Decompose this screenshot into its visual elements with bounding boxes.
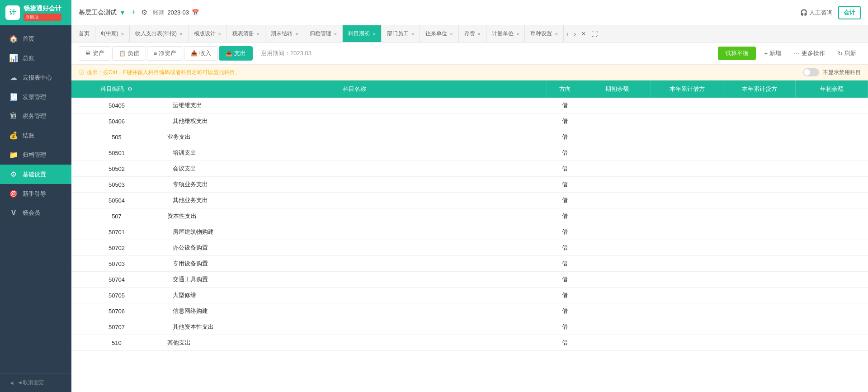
tab-taxlist[interactable]: 税表清册 ×: [227, 25, 265, 43]
col-settings-icon[interactable]: ⚙: [127, 86, 132, 92]
cell-balance: [583, 272, 651, 288]
topbar-settings-icon[interactable]: ⚙: [141, 8, 147, 17]
tab-annual-close[interactable]: ×: [179, 31, 182, 37]
tab-inventory-close[interactable]: ×: [478, 31, 481, 37]
cell-year-balance: [796, 208, 868, 224]
cell-name: 资本性支出: [162, 208, 547, 224]
cell-credit: [723, 319, 796, 335]
subtab-expense[interactable]: 📤 支出: [219, 46, 253, 61]
cell-direction: 借: [547, 145, 583, 161]
add-btn[interactable]: + 新增: [760, 47, 786, 60]
sidebar-item-tax[interactable]: 🏛 税务管理: [0, 107, 71, 126]
subtab-liability[interactable]: 📋 负债: [112, 46, 146, 61]
cell-balance: [583, 113, 651, 129]
cell-name: 交通工具购置: [162, 272, 547, 288]
more-actions-btn[interactable]: ⋯ 更多操作: [789, 47, 830, 60]
table-row[interactable]: 50501 培训支出 借: [71, 145, 868, 161]
tab-currency[interactable]: 币种设置 ×: [525, 25, 563, 43]
subtab-asset[interactable]: 🏛 资产: [79, 46, 111, 61]
tab-archive-label: 归档管理: [310, 30, 331, 38]
sidebar-item-ledger[interactable]: 📊 总账: [0, 48, 71, 68]
cell-debit: [651, 145, 723, 161]
sidebar-item-archive[interactable]: 📁 归档管理: [0, 145, 71, 165]
sidebar-item-guide[interactable]: 🎯 新手引导: [0, 184, 71, 203]
refresh-btn[interactable]: ↻ 刷新: [833, 47, 861, 60]
table-row[interactable]: 50502 会议支出 借: [71, 161, 868, 177]
tab-unit[interactable]: 计量单位 ×: [486, 25, 525, 43]
cell-name: 房屋建筑物购建: [162, 224, 547, 240]
sidebar-item-home[interactable]: 🏠 首页: [0, 29, 71, 48]
table-row[interactable]: 505 业务支出 借: [71, 129, 868, 145]
sidebar-collapse-btn[interactable]: ◄ ◄取消固定: [0, 373, 71, 392]
sidebar-label-tax: 税务管理: [23, 112, 46, 120]
tab-expand-btn[interactable]: ⛶: [589, 28, 600, 39]
cell-debit: [651, 129, 723, 145]
table-row[interactable]: 50704 交通工具购置 借: [71, 272, 868, 288]
tab-subject-init[interactable]: 科目期初 ×: [343, 25, 381, 43]
tab-contacts[interactable]: 往来单位 ×: [420, 25, 458, 43]
tab-template-close[interactable]: ×: [218, 31, 221, 37]
col-header-code: 科目编码 ⚙: [71, 80, 162, 98]
table-row[interactable]: 507 资本性支出 借: [71, 208, 868, 224]
tab-archive[interactable]: 归档管理 ×: [304, 25, 343, 43]
cell-debit: [651, 288, 723, 303]
tab-interim[interactable]: ¢(中期) ×: [95, 25, 130, 43]
app-version: 旗舰版: [24, 14, 61, 21]
subjects-table: 科目编码 ⚙ 科目名称 方向 期初余额 本年累计借方 本年累计贷方 年初余额 5…: [71, 80, 868, 351]
table-row[interactable]: 50703 专用设备购置 借: [71, 256, 868, 272]
table-row[interactable]: 50701 房屋建筑物购建 借: [71, 224, 868, 240]
company-selector[interactable]: 基层工会测试 ▼: [79, 9, 126, 17]
calc-balance-btn[interactable]: 试算平衡: [718, 47, 756, 60]
table-row[interactable]: 50405 运维维支出 借: [71, 98, 868, 113]
tab-inventory[interactable]: 存货 ×: [459, 25, 486, 43]
cell-balance: [583, 177, 651, 193]
support-btn[interactable]: 🎧 人工咨询: [800, 9, 833, 17]
tipbar-right: 不显示禁用科目: [803, 68, 861, 76]
table-row[interactable]: 50706 信息网络购建 借: [71, 303, 868, 319]
subtab-income[interactable]: 📥 收入: [184, 46, 218, 61]
cell-code: 510: [71, 335, 162, 351]
disable-toggle[interactable]: [803, 68, 819, 76]
user-role-badge[interactable]: 会计: [838, 6, 861, 19]
sidebar: 计 畅捷通好会计 旗舰版 🏠 首页 📊 总账 ☁ 云报表中心 🧾 发票管理 🏛 …: [0, 0, 71, 392]
support-icon: 🎧: [800, 9, 807, 16]
tab-annual[interactable]: 收入支出表(年报) ×: [130, 25, 188, 43]
add-company-btn[interactable]: +: [131, 8, 136, 17]
sidebar-item-checkout[interactable]: 💰 结账: [0, 126, 71, 145]
tab-home[interactable]: 首页: [73, 25, 95, 43]
cell-debit: [651, 224, 723, 240]
cell-direction: 借: [547, 335, 583, 351]
subtab-asset-label: 资产: [93, 49, 104, 57]
tab-dept-close[interactable]: ×: [411, 31, 414, 37]
tab-close-all-btn[interactable]: ×: [579, 28, 588, 40]
table-row[interactable]: 510 其他支出 借: [71, 335, 868, 351]
subtab-equity[interactable]: ≡ 净资产: [147, 46, 183, 61]
tab-template[interactable]: 模版设计 ×: [189, 25, 227, 43]
tab-taxlist-close[interactable]: ×: [257, 31, 259, 37]
table-row[interactable]: 50503 专项业务支出 借: [71, 177, 868, 193]
tab-inventory-label: 存货: [464, 30, 475, 38]
tab-interim-close[interactable]: ×: [121, 31, 124, 37]
table-row[interactable]: 50707 其他资本性支出 借: [71, 319, 868, 335]
tab-currency-close[interactable]: ×: [555, 31, 557, 37]
tab-period-end[interactable]: 期末结转 ×: [265, 25, 304, 43]
tab-nav-next[interactable]: ›: [571, 28, 579, 39]
tab-period-end-close[interactable]: ×: [295, 31, 298, 37]
table-row[interactable]: 50705 大型修缮 借: [71, 288, 868, 303]
tab-subject-init-close[interactable]: ×: [373, 31, 375, 37]
sidebar-item-settings[interactable]: ⚙ 基础设置: [0, 165, 71, 184]
tab-archive-close[interactable]: ×: [334, 31, 337, 37]
calendar-icon[interactable]: 📅: [192, 9, 199, 16]
table-row[interactable]: 50504 其他业务支出 借: [71, 193, 868, 208]
sidebar-item-member[interactable]: V 畅会员: [0, 203, 71, 222]
tab-nav-prev[interactable]: ‹: [564, 28, 571, 39]
tab-unit-close[interactable]: ×: [516, 31, 519, 37]
subtab-liability-label: 负债: [127, 49, 139, 57]
subjects-table-container[interactable]: 科目编码 ⚙ 科目名称 方向 期初余额 本年累计借方 本年累计贷方 年初余额 5…: [71, 80, 868, 392]
tab-dept[interactable]: 部门员工 ×: [382, 25, 420, 43]
table-row[interactable]: 50702 办公设备购置 借: [71, 240, 868, 256]
tab-contacts-close[interactable]: ×: [450, 31, 453, 37]
sidebar-item-cloud[interactable]: ☁ 云报表中心: [0, 68, 71, 87]
sidebar-item-invoice[interactable]: 🧾 发票管理: [0, 87, 71, 107]
table-row[interactable]: 50406 其他维权支出 借: [71, 113, 868, 129]
